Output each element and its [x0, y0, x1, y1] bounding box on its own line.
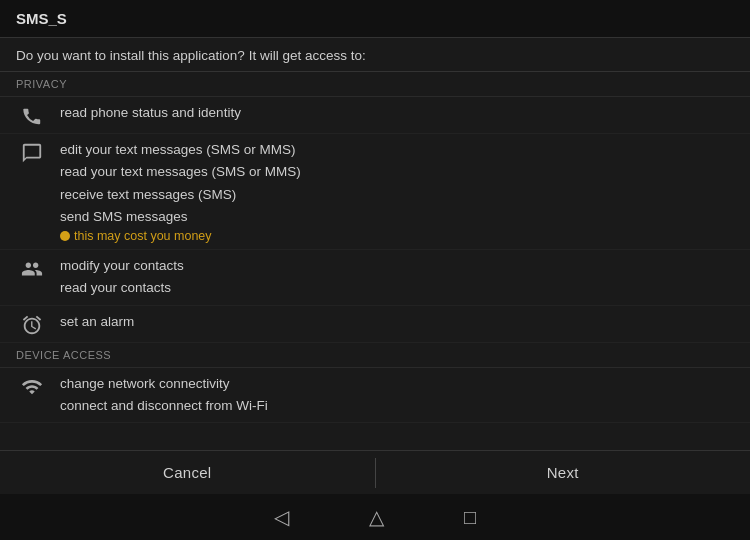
perm-alarm-text: set an alarm [60, 312, 134, 332]
header-question: Do you want to install this application?… [0, 38, 750, 72]
next-button[interactable]: Next [376, 451, 751, 495]
perm-sms-warning: this may cost you money [60, 229, 301, 243]
perm-edit-sms: edit your text messages (SMS or MMS) [60, 140, 301, 160]
alarm-icon [16, 314, 48, 336]
back-button[interactable]: ◁ [274, 505, 289, 529]
cancel-button[interactable]: Cancel [0, 451, 375, 495]
title-bar: SMS_S [0, 0, 750, 38]
permission-sms: edit your text messages (SMS or MMS) rea… [0, 134, 750, 250]
warning-dot-icon [60, 231, 70, 241]
recent-button[interactable]: □ [464, 506, 476, 529]
perm-wifi-disconnect: connect and disconnect from Wi-Fi [60, 396, 268, 416]
permission-phone: read phone status and identity [0, 97, 750, 134]
perm-read-sms: read your text messages (SMS or MMS) [60, 162, 301, 182]
perm-change-network: change network connectivity [60, 374, 268, 394]
contacts-icon [16, 258, 48, 280]
app-title: SMS_S [16, 10, 67, 27]
perm-read-contacts: read your contacts [60, 278, 184, 298]
permission-phone-text: read phone status and identity [60, 103, 241, 123]
section-device-access: DEVICE ACCESS [0, 343, 750, 368]
perm-receive-sms: receive text messages (SMS) [60, 185, 301, 205]
sms-icon [16, 142, 48, 164]
permission-network: change network connectivity connect and … [0, 368, 750, 424]
home-button[interactable]: △ [369, 505, 384, 529]
permissions-list[interactable]: PRIVACY read phone status and identity e… [0, 72, 750, 442]
perm-send-sms: send SMS messages [60, 207, 301, 227]
nav-bar: ◁ △ □ [0, 494, 750, 540]
wifi-icon [16, 376, 48, 398]
phone-icon [16, 105, 48, 127]
permission-contacts: modify your contacts read your contacts [0, 250, 750, 306]
perm-modify-contacts: modify your contacts [60, 256, 184, 276]
section-privacy: PRIVACY [0, 72, 750, 97]
button-bar: Cancel Next [0, 450, 750, 494]
permission-alarm: set an alarm [0, 306, 750, 343]
